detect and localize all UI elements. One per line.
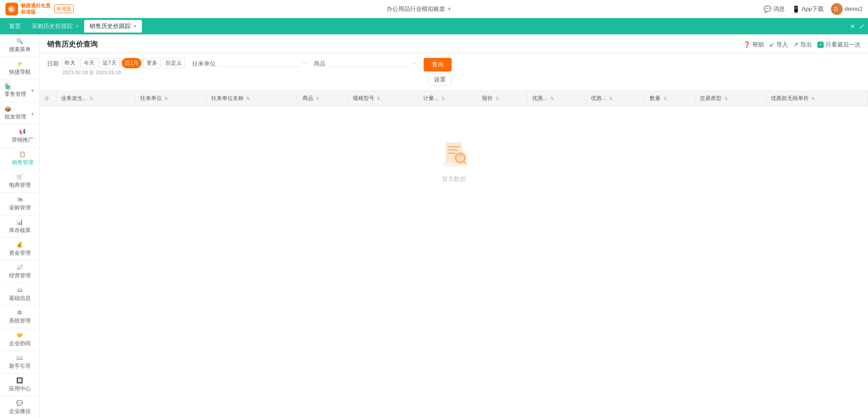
col-unit[interactable]: 计量... ⇅ (419, 91, 477, 106)
page-header: 销售历史价查询 ❓ 帮助 ↙ 导入 ↗ 导出 只看最后一次 (40, 34, 868, 53)
empty-text: 暂无数据 (442, 175, 466, 183)
col-pretax-price[interactable]: 优惠前无税单价 ⇅ (766, 91, 868, 106)
ecommerce-icon: 🛒 (16, 174, 23, 180)
col-biz-date[interactable]: 业务发生... ⇅ (56, 91, 136, 106)
help-icon: ❓ (743, 41, 750, 48)
sidebar-item-inventory[interactable]: 📊 库存核算 (0, 215, 39, 238)
product-dots[interactable]: ··· (411, 59, 416, 66)
logo-area: 畅 畅捷通好生意 标准版 (5, 3, 51, 15)
sidebar-item-finance[interactable]: 💰 资金管理 (0, 238, 39, 261)
col-quote[interactable]: 报价 ⇅ (477, 91, 528, 106)
tab-expand-icon[interactable]: ⤢ (859, 23, 864, 30)
product-input[interactable] (328, 58, 410, 67)
col-discount2-label: 优惠... (591, 95, 606, 101)
date-btn-today[interactable]: 今天 (80, 58, 98, 68)
basic-info-label: 基础信息 (9, 294, 31, 302)
col-discount2[interactable]: 优惠... ⇅ (586, 91, 645, 106)
sort-unit-name-icon[interactable]: ⇅ (246, 96, 250, 101)
operations-label: 经营管理 (9, 272, 31, 280)
sidebar-item-wholesale-mgmt[interactable]: 📦 批发管理 ▲ (0, 102, 39, 125)
sidebar-item-sales-mgmt[interactable]: 📋 销售管理 (0, 147, 39, 170)
sort-quantity-icon[interactable]: ⇅ (663, 96, 667, 101)
enterprise-wechat-icon: 💬 (16, 400, 23, 406)
col-unit-label: 计量... (423, 95, 439, 101)
unit-dots[interactable]: ··· (302, 59, 307, 66)
sidebar: 🔍 搜索菜单 ⚡ 快捷导航 🏪 零售管理 ▼ 📦 批发管理 ▲ 📢 营销推广 (0, 34, 40, 418)
sort-product-icon[interactable]: ⇅ (316, 96, 319, 101)
purchase-mgmt-label: 采购管理 (9, 204, 31, 212)
sort-spec-icon[interactable]: ⇅ (377, 96, 380, 101)
tab-sales-history[interactable]: 销售历史价跟踪 × (84, 20, 142, 33)
wholesale-mgmt-icon: 📦 (5, 106, 11, 112)
tab-purchase-history[interactable]: 采购历史价跟踪 × (26, 20, 84, 33)
date-btn-custom[interactable]: 自定义 (162, 58, 185, 68)
export-btn[interactable]: ↗ 导出 (793, 41, 812, 49)
sidebar-item-enterprise-collab[interactable]: 🤝 企业协同 (0, 328, 39, 351)
sidebar-item-system-mgmt[interactable]: ⚙ 系统管理 (0, 306, 39, 328)
sidebar-item-purchase-mgmt[interactable]: 🛍 采购管理 (0, 193, 39, 215)
col-product[interactable]: 商品 ⇅ (297, 91, 348, 106)
col-gear[interactable]: ⚙ (40, 91, 56, 106)
sidebar-item-operations[interactable]: 📈 经营管理 (0, 261, 39, 283)
sort-biz-date-icon[interactable]: ⇅ (90, 96, 93, 101)
sidebar-item-marketing[interactable]: 📢 营销推广 (0, 125, 39, 147)
unit-input[interactable] (218, 58, 300, 67)
col-trade-type[interactable]: 交易类型 ⇅ (695, 91, 766, 106)
settings-button[interactable]: 设置 (428, 73, 452, 86)
avatar: D (831, 3, 843, 15)
sidebar-item-enterprise-wechat[interactable]: 💬 企业微信 (0, 396, 39, 418)
message-btn[interactable]: 💬 消息 (764, 5, 785, 13)
help-btn[interactable]: ❓ 帮助 (743, 41, 764, 49)
purchase-mgmt-icon: 🛍 (17, 196, 23, 203)
sort-quote-icon[interactable]: ⇅ (495, 96, 499, 101)
tab-home[interactable]: 首页 (4, 20, 26, 33)
sort-discount2-icon[interactable]: ⇅ (609, 96, 613, 101)
sidebar-item-search-menu[interactable]: 🔍 搜索菜单 (0, 34, 39, 57)
sidebar-item-basic-info[interactable]: 🗂 基础信息 (0, 283, 39, 306)
tab-purchase-close[interactable]: × (75, 23, 79, 29)
only-last-checkbox-group[interactable]: 只看最后一次 (817, 41, 861, 49)
col-pretax-price-label: 优惠前无税单价 (771, 95, 809, 101)
query-button[interactable]: 查询 (424, 58, 452, 71)
sales-mgmt-icon: 📋 (19, 151, 26, 157)
sort-discount1-icon[interactable]: ⇅ (550, 96, 554, 101)
date-btn-7days[interactable]: 近7天 (99, 58, 120, 68)
sort-unit-icon[interactable]: ⇅ (441, 96, 445, 101)
user-menu[interactable]: D demo2 (831, 3, 863, 15)
app-download-btn[interactable]: 📱 App下载 (792, 5, 824, 13)
col-quantity[interactable]: 数量 ⇅ (645, 91, 695, 106)
col-unit-code[interactable]: 往来单位 ⇅ (136, 91, 207, 106)
only-last-checkbox[interactable] (817, 42, 824, 48)
inventory-icon: 📊 (16, 219, 23, 225)
col-trade-type-label: 交易类型 (700, 95, 722, 101)
col-unit-name[interactable]: 往来单位名称 ⇅ (206, 91, 297, 106)
sort-unit-code-icon[interactable]: ⇅ (164, 96, 168, 101)
finance-icon: 💰 (16, 242, 23, 248)
gear-settings-icon[interactable]: ⚙ (44, 95, 49, 102)
sidebar-item-ecommerce[interactable]: 🛒 电商管理 (0, 170, 39, 193)
sort-pretax-price-icon[interactable]: ⇅ (811, 96, 815, 101)
col-discount1[interactable]: 优惠... ⇅ (528, 91, 586, 106)
tab-close-all-icon[interactable]: ✕ (850, 23, 855, 30)
tab-bar-right-icons: ✕ ⤢ (850, 23, 864, 30)
svg-rect-6 (448, 146, 460, 147)
quick-nav-icon: ⚡ (16, 61, 23, 67)
date-btn-1month[interactable]: 近1月 (122, 58, 142, 68)
sidebar-item-quick-nav[interactable]: ⚡ 快捷导航 (0, 57, 39, 80)
sidebar-item-retail-mgmt[interactable]: 🏪 零售管理 ▼ (0, 80, 39, 102)
date-filter-controls: 昨天 今天 近7天 近1月 更多 自定义 2023-02-18 至 2023-0… (61, 58, 185, 76)
col-spec[interactable]: 规格型号 ⇅ (348, 91, 419, 106)
import-btn[interactable]: ↙ 导入 (769, 41, 788, 49)
tab-sales-label: 销售历史价跟踪 (90, 22, 131, 30)
date-btn-yesterday[interactable]: 昨天 (61, 58, 79, 68)
wholesale-mgmt-arrow: ▲ (30, 111, 35, 116)
retail-mgmt-label: 零售管理 (5, 90, 26, 98)
tab-sales-close[interactable]: × (133, 23, 137, 29)
date-filter-label: 日期 (47, 58, 59, 68)
app-title-dropdown-icon[interactable]: ▾ (448, 5, 451, 12)
sidebar-item-new-guide[interactable]: 📖 新手引导 (0, 351, 39, 374)
date-btn-more[interactable]: 更多 (143, 58, 160, 68)
sort-trade-type-icon[interactable]: ⇅ (724, 96, 728, 101)
app-title-area[interactable]: 办公用品行业模拟账套 ▾ (387, 5, 451, 13)
sidebar-item-app-center[interactable]: 🔲 应用中心 (0, 374, 39, 396)
